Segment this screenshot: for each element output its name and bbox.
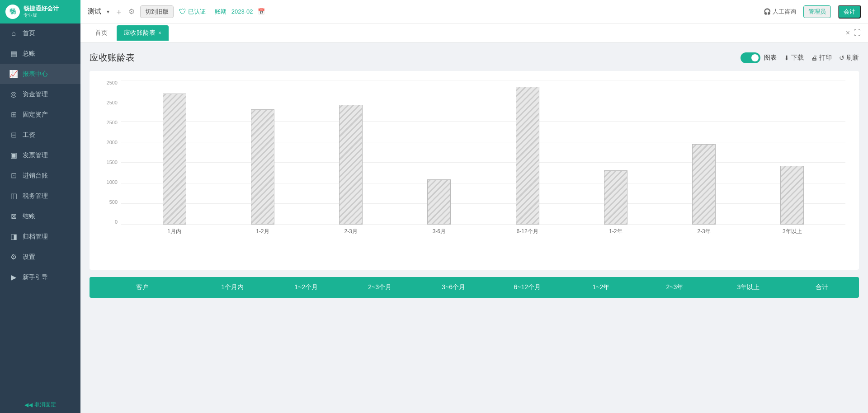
sidebar-logo: 畅 畅捷通好会计 专业版 xyxy=(0,0,80,23)
sidebar-item-payroll[interactable]: ⊟ 工资 xyxy=(0,125,80,145)
certified-label: 已认证 xyxy=(188,8,206,16)
home-icon: ⌂ xyxy=(9,29,18,38)
workspace-title: 测试 xyxy=(88,7,101,16)
page-header: 应收账龄表 图表 ⬇ 下载 🖨 打印 ↺ 刷新 xyxy=(90,52,859,64)
tab-expand-icon[interactable]: ⛶ xyxy=(854,29,861,37)
tab-home-label: 首页 xyxy=(95,29,108,37)
sidebar-item-label: 资金管理 xyxy=(23,90,48,99)
sidebar-item-reports[interactable]: 📈 报表中心 xyxy=(0,64,80,84)
sidebar-item-label: 工资 xyxy=(23,131,35,139)
sidebar-item-invoice[interactable]: ▣ 发票管理 xyxy=(0,145,80,165)
sidebar-item-label: 归档管理 xyxy=(23,233,48,241)
sidebar-scroll: ⌂ 首页 ▤ 总账 📈 报表中心 ◎ 资金管理 ⊞ 固定资产 ⊟ 工资 ▣ 发票… xyxy=(0,23,80,396)
tab-receivable-label: 应收账龄表 xyxy=(124,29,156,37)
bar-group-1-2m xyxy=(251,109,274,225)
refresh-button[interactable]: ↺ 刷新 xyxy=(839,54,859,62)
th-3y: 3年以上 xyxy=(712,277,785,298)
consult-button[interactable]: 🎧 人工咨询 xyxy=(764,8,796,16)
sidebar-item-sales[interactable]: ⊡ 进销台账 xyxy=(0,165,80,186)
sidebar-item-settings[interactable]: ⚙ 设置 xyxy=(0,247,80,267)
settings-icon: ⚙ xyxy=(9,253,18,261)
cancel-fixed-button[interactable]: ◀◀ 取消固定 xyxy=(24,401,56,408)
switch-version-button[interactable]: 切到旧版 xyxy=(140,5,174,18)
page-title: 应收账龄表 xyxy=(90,52,135,64)
accountant-button[interactable]: 会计 xyxy=(838,5,861,19)
x-label-1-2y: 1-2年 xyxy=(604,228,627,235)
workspace-dropdown[interactable]: ▾ xyxy=(107,9,109,15)
bars-group xyxy=(121,80,845,225)
bar-group-2-3y xyxy=(692,144,716,225)
y-label-1500: 1500 xyxy=(107,160,118,165)
period-value: 2023-02 xyxy=(231,8,253,15)
chart-container: 2500 2500 2500 2000 1500 1000 500 0 xyxy=(90,71,859,270)
payroll-icon: ⊟ xyxy=(9,131,18,139)
sidebar-item-label: 新手引导 xyxy=(23,273,48,282)
x-label-2-3y: 2-3年 xyxy=(692,228,716,235)
logo-icon: 畅 xyxy=(5,5,20,19)
tax-icon: ◫ xyxy=(9,192,18,200)
consult-label: 人工咨询 xyxy=(773,8,796,16)
x-label-1m: 1月内 xyxy=(163,228,186,235)
tab-collapse-icon[interactable]: × xyxy=(846,29,850,37)
bar-group-1-2y xyxy=(604,170,627,225)
sidebar-item-guide[interactable]: ▶ 新手引导 xyxy=(0,267,80,287)
sidebar-item-home[interactable]: ⌂ 首页 xyxy=(0,23,80,43)
invoice-icon: ▣ xyxy=(9,151,18,160)
reports-icon: 📈 xyxy=(9,70,18,78)
x-label-6-12m: 6-12个月 xyxy=(516,228,539,235)
sidebar-item-label: 发票管理 xyxy=(23,151,48,160)
bar-2-3y xyxy=(692,144,716,225)
calendar-icon[interactable]: 📅 xyxy=(258,8,265,15)
sidebar-item-label: 设置 xyxy=(23,253,35,261)
sidebar-item-assets[interactable]: ⊞ 固定资产 xyxy=(0,104,80,125)
main-area: 测试 ▾ ＋ ⚙ 切到旧版 🛡 已认证 账期 2023-02 📅 🎧 人工咨询 … xyxy=(80,0,868,413)
add-workspace-button[interactable]: ＋ xyxy=(115,6,123,17)
app-edition: 专业版 xyxy=(24,12,59,19)
print-button[interactable]: 🖨 打印 xyxy=(811,54,832,62)
tab-home[interactable]: 首页 xyxy=(88,25,115,41)
sidebar-bottom: ◀◀ 取消固定 xyxy=(0,396,80,413)
manager-button[interactable]: 管理员 xyxy=(803,5,831,18)
bar-group-2-3m xyxy=(339,105,363,225)
chart-area xyxy=(121,80,845,225)
tabs-right-actions: × ⛶ xyxy=(846,29,861,37)
tab-bar: 首页 应收账龄表 × × ⛶ xyxy=(80,23,868,42)
sidebar-item-closing[interactable]: ⊠ 结账 xyxy=(0,206,80,226)
y-label-2500b: 2500 xyxy=(107,100,118,105)
chart-toggle-label: 图表 xyxy=(764,54,777,62)
bar-1-2y xyxy=(604,170,627,225)
th-1-2m: 1~2个月 xyxy=(269,277,343,298)
bar-3-6m xyxy=(427,179,451,225)
bar-2-3m xyxy=(339,105,363,225)
sidebar-item-label: 总账 xyxy=(23,50,35,58)
tab-receivable-aging[interactable]: 应收账龄表 × xyxy=(117,25,169,41)
bar-group-3-6m xyxy=(427,179,451,225)
page-actions: 图表 ⬇ 下载 🖨 打印 ↺ 刷新 xyxy=(741,52,859,63)
archive-icon: ◨ xyxy=(9,232,18,241)
download-button[interactable]: ⬇ 下载 xyxy=(784,54,804,62)
y-label-2500c: 2500 xyxy=(107,120,118,125)
certified-badge: 🛡 已认证 xyxy=(179,8,206,16)
y-label-1000: 1000 xyxy=(107,179,118,185)
sidebar-item-archive[interactable]: ◨ 归档管理 xyxy=(0,226,80,247)
page-content: 应收账龄表 图表 ⬇ 下载 🖨 打印 ↺ 刷新 xyxy=(80,42,868,413)
sidebar-item-ledger[interactable]: ▤ 总账 xyxy=(0,43,80,64)
bar-group-1m xyxy=(163,94,186,225)
x-label-1-2m: 1-2月 xyxy=(251,228,274,235)
tab-close-icon[interactable]: × xyxy=(158,30,161,36)
sidebar: 畅 畅捷通好会计 专业版 ⌂ 首页 ▤ 总账 📈 报表中心 ◎ 资金管理 ⊞ 固… xyxy=(0,0,80,413)
sidebar-item-label: 固定资产 xyxy=(23,111,48,119)
bar-group-6-12m xyxy=(516,87,539,225)
period-display: 账期 2023-02 📅 xyxy=(215,8,265,16)
workspace-settings-button[interactable]: ⚙ xyxy=(128,7,135,16)
th-1-2y: 1~2年 xyxy=(564,277,638,298)
download-icon: ⬇ xyxy=(784,54,789,61)
shield-icon: 🛡 xyxy=(179,8,186,16)
y-label-500: 500 xyxy=(109,199,118,205)
sidebar-item-label: 首页 xyxy=(23,29,35,38)
top-header: 测试 ▾ ＋ ⚙ 切到旧版 🛡 已认证 账期 2023-02 📅 🎧 人工咨询 … xyxy=(80,0,868,23)
sidebar-item-funds[interactable]: ◎ 资金管理 xyxy=(0,84,80,104)
chart-toggle[interactable] xyxy=(741,52,760,63)
sidebar-item-label: 进销台账 xyxy=(23,172,48,180)
sidebar-item-tax[interactable]: ◫ 税务管理 xyxy=(0,186,80,206)
